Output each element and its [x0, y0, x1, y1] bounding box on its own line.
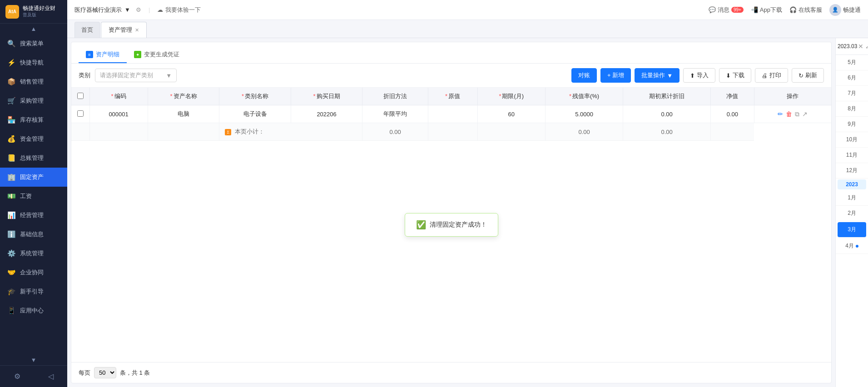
subtotal-label: 本页小计： [235, 128, 264, 135]
more-icon[interactable]: ↗ [802, 110, 808, 118]
timeline-close-btn[interactable]: ✕ [857, 42, 864, 51]
sub-tab-asset-detail[interactable]: ≡ 资产明细 [79, 47, 127, 63]
sidebar-item-system[interactable]: ⚙️ 系统管理 [0, 244, 67, 263]
sidebar-label-ledger: 总账管理 [20, 154, 44, 162]
copy-icon[interactable]: ⧉ [795, 110, 799, 118]
table-row: 000001 电脑 电子设备 202206 年限平均 60 5.0000 0.0… [71, 105, 831, 123]
page-size-select[interactable]: 50 [94, 367, 116, 378]
collapse-sidebar-icon[interactable]: ◁ [45, 369, 56, 383]
timeline-month-1[interactable]: 1月 [836, 190, 868, 206]
timeline-month-12[interactable]: 12月 [836, 163, 868, 179]
sidebar-item-ledger[interactable]: 📒 总账管理 [0, 149, 67, 168]
timeline-month-8[interactable]: 8月 [836, 101, 868, 117]
th-period: *期限(月) [477, 88, 545, 105]
th-category: *类别名称 [219, 88, 291, 105]
row-code: 000001 [89, 105, 148, 123]
settings-icon[interactable]: ⚙ [11, 369, 23, 383]
sidebar-item-inventory[interactable]: 🏪 库存核算 [0, 110, 67, 129]
download-label: 下载 [733, 71, 744, 79]
sidebar-item-payroll[interactable]: 💵 工资 [0, 187, 67, 206]
tab-asset-management[interactable]: 资产管理 ✕ [101, 22, 147, 38]
app-download-btn[interactable]: 📲 App下载 [751, 6, 782, 14]
company-selector[interactable]: 医疗器械行业演示 ▼ [74, 6, 130, 14]
select-all-checkbox[interactable] [77, 93, 84, 99]
row-checkbox[interactable] [77, 110, 84, 117]
sidebar-item-fixed-assets[interactable]: 🏢 固定资产 [0, 168, 67, 187]
user-profile-btn[interactable]: 👤 畅捷通 [829, 4, 861, 16]
search-icon: 🔍 [7, 40, 15, 48]
fixed-assets-icon: 🏢 [7, 173, 15, 181]
tab-home[interactable]: 首页 [74, 22, 100, 38]
new-btn[interactable]: + 新增 [600, 68, 631, 83]
timeline-month-2[interactable]: 2月 [836, 206, 868, 221]
sidebar-item-beginner[interactable]: 🎓 新手引导 [0, 282, 67, 301]
operation-icon: 📊 [7, 211, 15, 219]
sidebar-item-basic-info[interactable]: ℹ️ 基础信息 [0, 225, 67, 244]
feedback-label: 我要体验一下 [165, 6, 201, 14]
per-page-label: 每页 [79, 369, 90, 377]
row-category: 电子设备 [219, 105, 291, 123]
subtotal-empty-6 [711, 123, 754, 141]
timeline-month-10[interactable]: 10月 [836, 132, 868, 148]
row-period: 60 [477, 105, 545, 123]
online-service-btn[interactable]: 🎧 在线客服 [789, 6, 822, 14]
row-name: 电脑 [148, 105, 219, 123]
th-checkbox [71, 88, 89, 105]
sidebar-item-enterprise[interactable]: 🤝 企业协同 [0, 263, 67, 282]
sidebar-label-quick-nav: 快捷导航 [20, 59, 44, 67]
timeline-month-4[interactable]: 4月 [836, 238, 868, 254]
category-select[interactable]: 请选择固定资产类别 ▼ [95, 69, 177, 82]
timeline-month-7[interactable]: 7月 [836, 86, 868, 101]
app-name: 畅捷通好业财 [23, 5, 55, 12]
sidebar-item-app-center[interactable]: 📱 应用中心 [0, 301, 67, 320]
app-download-label: App下载 [760, 6, 782, 14]
service-icon: 🎧 [789, 6, 797, 13]
sub-tab-asset-detail-label: 资产明细 [96, 50, 119, 59]
sidebar-label-purchase: 采购管理 [20, 97, 44, 105]
timeline-panel: 2023.03 ✕ ⤢ 5月 6月 7月 8月 9月 10月 11月 12月 2… [835, 38, 868, 387]
download-btn[interactable]: ⬇ 下载 [719, 68, 751, 83]
cloud-icon: ☁ [157, 6, 163, 13]
ledger-icon: 📒 [7, 154, 15, 162]
timeline-month-3-current[interactable]: 3月 [838, 222, 866, 238]
topbar-right: 💬 消息 99+ 📲 App下载 🎧 在线客服 👤 畅捷通 [709, 4, 861, 16]
row-residual-rate: 5.0000 [545, 105, 623, 123]
subtotal-empty-2 [89, 123, 148, 141]
refresh-btn[interactable]: ↻ 刷新 [792, 68, 824, 83]
sidebar-scroll-up[interactable]: ▲ [0, 24, 67, 34]
th-depreciation-method: 折旧方法 [362, 88, 428, 105]
timeline-expand-btn[interactable]: ⤢ [864, 42, 868, 51]
batch-btn[interactable]: 批量操作 ▼ [635, 68, 680, 83]
print-btn[interactable]: 🖨 打印 [755, 68, 788, 83]
sub-tab-change-voucher[interactable]: ✦ 变更生成凭证 [127, 47, 187, 63]
select-dropdown-icon: ▼ [166, 72, 172, 79]
sidebar-item-search[interactable]: 🔍 搜索菜单 [0, 34, 67, 53]
sidebar-item-quick-nav[interactable]: ⚡ 快捷导航 [0, 53, 67, 72]
quick-nav-icon: ⚡ [7, 59, 15, 67]
sidebar: AtA 畅捷通好业财 普及版 ▲ 🔍 搜索菜单 ⚡ 快捷导航 📦 销售管理 🛒 … [0, 0, 67, 387]
timeline-month-6[interactable]: 6月 [836, 70, 868, 86]
sidebar-scroll-down[interactable]: ▼ [0, 355, 67, 365]
tab-close-icon[interactable]: ✕ [135, 27, 139, 33]
delete-icon[interactable]: 🗑 [786, 110, 792, 118]
import-btn[interactable]: ⬆ 导入 [683, 68, 715, 83]
messages-btn[interactable]: 💬 消息 99+ [709, 6, 744, 14]
timeline-month-9[interactable]: 9月 [836, 117, 868, 132]
sidebar-item-operation[interactable]: 📊 经营管理 [0, 206, 67, 225]
sidebar-item-purchase[interactable]: 🛒 采购管理 [0, 91, 67, 110]
purchase-icon: 🛒 [7, 97, 15, 105]
sidebar-item-fund[interactable]: 💰 资金管理 [0, 129, 67, 149]
sidebar-item-sales[interactable]: 📦 销售管理 [0, 72, 67, 91]
settings-gear-icon[interactable]: ⚙ [136, 6, 141, 13]
timeline-month-5[interactable]: 5月 [836, 55, 868, 70]
reconcile-btn[interactable]: 对账 [571, 68, 597, 83]
edit-icon[interactable]: ✏ [778, 110, 783, 118]
feedback-btn[interactable]: ☁ 我要体验一下 [157, 6, 201, 14]
avatar: 👤 [829, 4, 841, 16]
row-net-value: 0.00 [711, 105, 754, 123]
success-message: 清理固定资产成功！ [430, 221, 487, 229]
subtotal-label-cell: Σ 本页小计： [219, 123, 362, 141]
timeline-month-11[interactable]: 11月 [836, 148, 868, 163]
filter-placeholder: 请选择固定资产类别 [100, 71, 153, 79]
system-icon: ⚙️ [7, 249, 15, 258]
